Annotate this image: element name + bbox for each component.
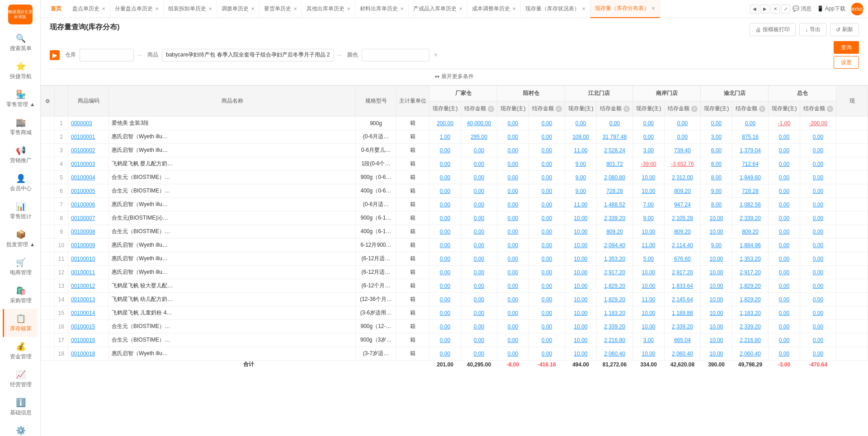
table-cell[interactable]: 5.00	[633, 252, 665, 266]
table-cell[interactable]: 9.00	[701, 184, 732, 198]
table-cell[interactable]: 0.00	[429, 144, 461, 157]
table-cell[interactable]: 0.00	[769, 171, 800, 184]
table-cell[interactable]: 10.00	[701, 211, 732, 225]
row-code[interactable]: 00100014	[68, 306, 109, 320]
table-cell[interactable]: 2,528.24	[597, 144, 633, 157]
table-cell[interactable]: 2,339.20	[732, 320, 769, 333]
row-settings[interactable]	[41, 144, 55, 157]
query-button[interactable]: 查询	[834, 41, 859, 54]
table-cell[interactable]: 2,114.40	[665, 239, 701, 252]
table-cell[interactable]: 0.00	[429, 239, 461, 252]
table-cell[interactable]: 0.00	[800, 293, 836, 306]
table-cell[interactable]: 0.00	[497, 320, 529, 333]
table-cell[interactable]: 0.00	[497, 266, 529, 279]
table-cell[interactable]: 0.00	[633, 117, 665, 130]
table-cell[interactable]: 801.72	[597, 157, 633, 171]
sidebar-item-search[interactable]: 🔍搜索英单	[3, 29, 37, 57]
table-cell[interactable]: 676.60	[665, 252, 701, 266]
nav-tab-8[interactable]: 成本调整单历史✕	[467, 0, 521, 18]
table-cell[interactable]: 10.00	[701, 279, 732, 293]
nav-tab-close-10[interactable]: ✕	[651, 6, 655, 11]
table-cell[interactable]: 1,829.20	[732, 279, 769, 293]
row-settings[interactable]	[41, 306, 55, 320]
table-cell[interactable]: 2,145.64	[665, 293, 701, 306]
table-cell[interactable]: 0.00	[769, 252, 800, 266]
table-cell[interactable]: 3.00	[701, 130, 732, 144]
table-cell[interactable]: 0.00	[497, 117, 529, 130]
table-cell[interactable]: 0.00	[529, 239, 565, 252]
row-settings[interactable]	[41, 347, 55, 361]
table-cell[interactable]: 2,339.20	[665, 320, 701, 333]
table-cell[interactable]: 0.00	[769, 333, 800, 347]
nav-close[interactable]: ✕	[771, 5, 780, 14]
table-cell[interactable]: 809.20	[597, 225, 633, 239]
table-cell[interactable]: 109.00	[565, 130, 597, 144]
row-code[interactable]: 00100002	[68, 144, 109, 157]
table-cell[interactable]: 2,312.00	[665, 171, 701, 184]
row-settings[interactable]	[41, 320, 55, 333]
table-cell[interactable]: 0.00	[429, 171, 461, 184]
nav-arrow-right[interactable]: ▶	[760, 5, 769, 14]
table-cell[interactable]: 0.00	[461, 157, 497, 171]
row-settings[interactable]	[41, 211, 55, 225]
table-cell[interactable]: 0.00	[529, 320, 565, 333]
sidebar-item-wholesale[interactable]: 📦批发管理 ▲	[3, 225, 37, 253]
table-cell[interactable]: 11.00	[565, 144, 597, 157]
table-cell[interactable]: 0.00	[497, 198, 529, 211]
table-cell[interactable]: 0.00	[461, 239, 497, 252]
table-cell[interactable]: 0.00	[529, 347, 565, 361]
table-cell[interactable]: 1,488.52	[597, 198, 633, 211]
table-cell[interactable]: 0.00	[769, 211, 800, 225]
row-code[interactable]: 00100011	[68, 266, 109, 279]
row-code[interactable]: 00100007	[68, 211, 109, 225]
table-cell[interactable]: 0.00	[461, 279, 497, 293]
table-cell[interactable]: 10.00	[565, 347, 597, 361]
table-cell[interactable]: 809.20	[665, 225, 701, 239]
table-cell[interactable]: 0.00	[429, 184, 461, 198]
table-cell[interactable]: 10.00	[565, 333, 597, 347]
sidebar-item-inventory[interactable]: 📋库存核算	[3, 309, 37, 337]
row-settings[interactable]	[41, 252, 55, 266]
table-cell[interactable]: 0.00	[497, 171, 529, 184]
table-cell[interactable]: 7.00	[633, 198, 665, 211]
table-cell[interactable]: 0.00	[769, 184, 800, 198]
table-cell[interactable]: 739.40	[665, 144, 701, 157]
nav-tab-6[interactable]: 材料出库单历史✕	[355, 0, 409, 18]
table-cell[interactable]: 0.00	[769, 293, 800, 306]
table-cell[interactable]: 1,829.20	[597, 293, 633, 306]
sidebar-item-operations[interactable]: 📈经营管理	[3, 365, 37, 393]
table-cell[interactable]: 0.00	[529, 130, 565, 144]
table-cell[interactable]: 40,000.00	[461, 117, 497, 130]
table-cell[interactable]: 0.00	[529, 157, 565, 171]
table-cell[interactable]: 0.00	[800, 239, 836, 252]
row-code[interactable]: 00100008	[68, 225, 109, 239]
table-cell[interactable]: 10.00	[565, 225, 597, 239]
table-cell[interactable]: 3.00	[633, 333, 665, 347]
nav-tab-4[interactable]: 要货单历史✕	[259, 0, 302, 18]
table-cell[interactable]: 2,216.80	[597, 333, 633, 347]
row-code[interactable]: 00100004	[68, 171, 109, 184]
table-cell[interactable]: 0.00	[565, 117, 597, 130]
table-cell[interactable]: 2,105.28	[665, 211, 701, 225]
nav-tab-close-2[interactable]: ✕	[208, 6, 212, 11]
table-cell[interactable]: 0.00	[497, 144, 529, 157]
filter-toggle[interactable]: ▶	[50, 50, 60, 60]
table-cell[interactable]: 10.00	[565, 211, 597, 225]
table-cell[interactable]: 0.00	[461, 252, 497, 266]
table-cell[interactable]: 2,917.20	[597, 266, 633, 279]
table-cell[interactable]: 0.00	[429, 211, 461, 225]
row-settings[interactable]	[41, 171, 55, 184]
table-cell[interactable]: 0.00	[529, 225, 565, 239]
table-cell[interactable]: 10.00	[565, 252, 597, 266]
table-cell[interactable]: 11.00	[565, 198, 597, 211]
table-cell[interactable]: 8.00	[701, 198, 732, 211]
row-settings[interactable]	[41, 198, 55, 211]
nav-tab-3[interactable]: 调拨单历史✕	[217, 0, 259, 18]
sidebar-item-ecommerce[interactable]: 🛒电商管理	[3, 253, 37, 281]
table-cell[interactable]: 0.00	[800, 320, 836, 333]
table-cell[interactable]: 10.00	[565, 293, 597, 306]
table-cell[interactable]: 1,353.20	[597, 252, 633, 266]
row-code[interactable]: 00100015	[68, 320, 109, 333]
table-cell[interactable]: 2,917.20	[732, 266, 769, 279]
table-cell[interactable]: 0.00	[529, 211, 565, 225]
